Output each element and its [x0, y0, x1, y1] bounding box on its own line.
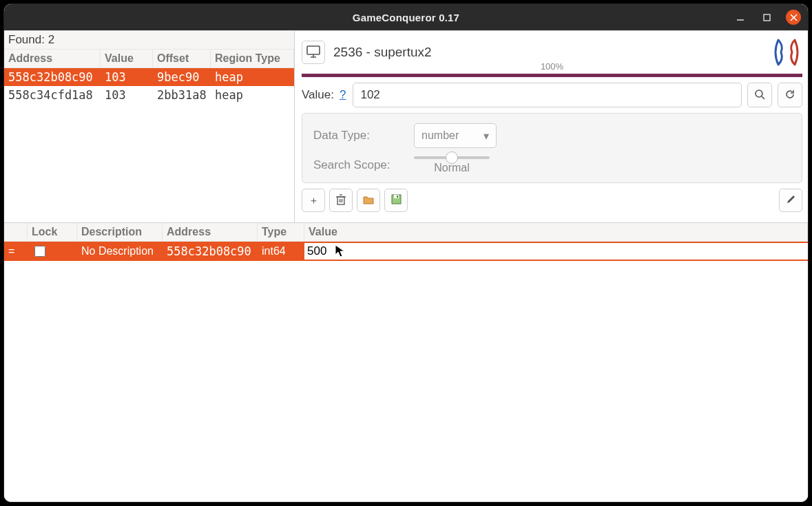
- col-cheat-value[interactable]: Value: [304, 223, 808, 241]
- chevron-down-icon: ▾: [483, 129, 489, 143]
- found-table: Address Value Offset Region Type 558c32b…: [4, 49, 294, 222]
- found-panel: Found: 2 Address Value Offset Region Typ…: [4, 31, 295, 222]
- cheat-row[interactable]: = No Description 558c32b08c90 int64: [4, 242, 808, 261]
- value-cell[interactable]: [304, 242, 808, 261]
- progress-bar: 100%: [302, 74, 802, 77]
- lock-mode[interactable]: =: [4, 245, 28, 257]
- app-logo-icon: [771, 36, 802, 68]
- data-type-row: Data Type: number ▾: [313, 123, 791, 148]
- window-controls: [733, 4, 801, 30]
- value-row: Value: ?: [302, 83, 802, 107]
- svg-point-7: [756, 90, 762, 97]
- found-row[interactable]: 558c34cfd1a8 103 2bb31a8 heap: [4, 86, 294, 104]
- desc-cell[interactable]: No Description: [77, 245, 163, 257]
- search-button[interactable]: [747, 83, 772, 107]
- col-type[interactable]: Type: [258, 223, 304, 241]
- col-eq[interactable]: [4, 223, 28, 241]
- content: Found: 2 Address Value Offset Region Typ…: [4, 30, 808, 502]
- col-value[interactable]: Value: [101, 50, 153, 67]
- cheat-panel: Lock Description Address Type Value = No…: [4, 222, 808, 502]
- search-options: Data Type: number ▾ Search Scope: Normal: [302, 113, 802, 183]
- svg-rect-1: [764, 14, 770, 21]
- value-help-link[interactable]: ?: [340, 88, 347, 102]
- app-window: GameConqueror 0.17 Found: 2 Address Valu…: [4, 4, 808, 502]
- delete-entry-button[interactable]: [329, 189, 353, 212]
- select-process-button[interactable]: [302, 41, 325, 64]
- found-count: Found: 2: [4, 31, 294, 49]
- cheat-toolbar: ＋: [302, 189, 802, 212]
- svg-line-8: [762, 96, 764, 99]
- lock-cell: [28, 244, 77, 260]
- search-panel: 2536 - supertux2 100% Value: [295, 31, 808, 222]
- folder-open-icon: [363, 195, 374, 207]
- monitor-icon: [306, 45, 320, 60]
- edit-button[interactable]: [779, 189, 802, 212]
- col-offset[interactable]: Offset: [153, 50, 211, 67]
- pencil-icon: [786, 194, 796, 207]
- search-scope-row: Search Scope: Normal: [313, 156, 791, 174]
- col-address[interactable]: Address: [4, 50, 101, 67]
- open-button[interactable]: [357, 189, 380, 212]
- col-region[interactable]: Region Type: [211, 50, 294, 67]
- search-scope-label: Search Scope:: [313, 158, 396, 172]
- found-header: Address Value Offset Region Type: [4, 49, 294, 68]
- reset-button[interactable]: [778, 83, 802, 107]
- found-row[interactable]: 558c32b08c90 103 9bec90 heap: [4, 68, 294, 86]
- type-cell[interactable]: int64: [258, 245, 304, 257]
- close-button[interactable]: [786, 10, 801, 25]
- search-icon: [754, 89, 765, 102]
- data-type-label: Data Type:: [313, 129, 396, 143]
- col-lock[interactable]: Lock: [28, 223, 77, 241]
- refresh-icon: [784, 89, 795, 102]
- plus-icon: ＋: [309, 194, 319, 207]
- add-entry-button[interactable]: ＋: [302, 189, 325, 212]
- value-edit-input[interactable]: [304, 243, 808, 260]
- progress-row: 100%: [302, 74, 802, 77]
- lock-checkbox[interactable]: [34, 246, 45, 257]
- col-cheat-address[interactable]: Address: [163, 223, 258, 241]
- svg-rect-17: [397, 196, 398, 198]
- address-cell[interactable]: 558c32b08c90: [163, 244, 258, 258]
- progress-label: 100%: [541, 61, 563, 72]
- value-input[interactable]: [353, 83, 742, 107]
- save-button[interactable]: [384, 189, 408, 212]
- titlebar: GameConqueror 0.17: [4, 4, 808, 30]
- cheat-header: Lock Description Address Type Value: [4, 223, 808, 242]
- svg-rect-4: [307, 46, 320, 54]
- value-label: Value:: [302, 88, 334, 102]
- upper-pane: Found: 2 Address Value Offset Region Typ…: [4, 31, 808, 222]
- maximize-button[interactable]: [760, 10, 773, 24]
- search-scope-slider-wrap: Normal: [414, 156, 490, 174]
- col-desc[interactable]: Description: [77, 223, 163, 241]
- process-label: 2536 - supertux2: [333, 45, 432, 60]
- search-scope-slider[interactable]: [414, 156, 490, 159]
- window-title: GameConqueror 0.17: [353, 12, 459, 23]
- trash-icon: [336, 194, 346, 207]
- minimize-button[interactable]: [733, 10, 747, 24]
- save-icon: [391, 194, 402, 207]
- data-type-select[interactable]: number ▾: [414, 123, 497, 148]
